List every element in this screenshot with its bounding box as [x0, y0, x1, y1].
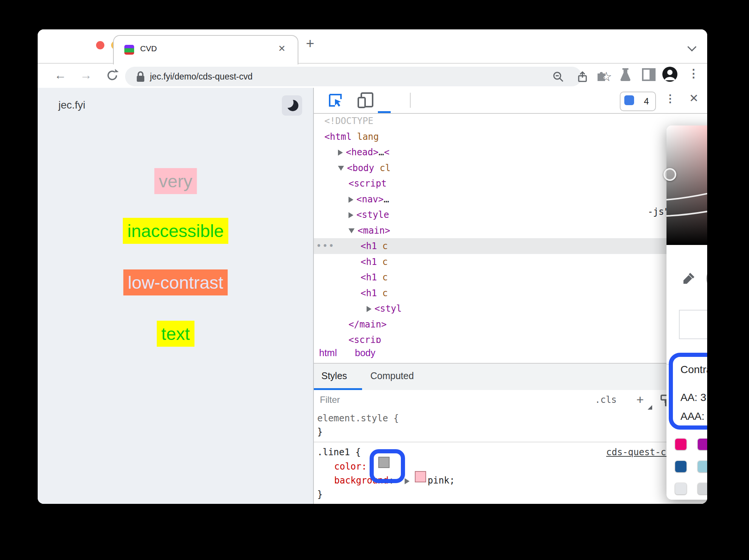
collapsed-arrow-icon[interactable]: [367, 306, 371, 312]
traffic-close-button[interactable]: [96, 41, 104, 49]
row-overflow-dots-icon[interactable]: •••: [316, 238, 335, 254]
browser-menu-icon[interactable]: ⋮: [688, 67, 699, 80]
dom-tree-row[interactable]: <h1 c: [314, 285, 697, 301]
palette-swatch[interactable]: [675, 461, 686, 472]
aaa-threshold: AAA: 4.5: [680, 410, 707, 422]
reload-button[interactable]: [105, 68, 120, 83]
background-value[interactable]: pink;: [428, 475, 455, 486]
background-value-swatch[interactable]: [415, 471, 426, 482]
code-segment: <head>: [346, 147, 379, 158]
dom-tree-row[interactable]: <scrip: [314, 332, 697, 343]
rule-close-brace: }: [317, 489, 323, 500]
code-segment: <h1: [361, 257, 377, 267]
swatch-highlight-ring: [370, 449, 405, 483]
palette-swatch[interactable]: [698, 483, 707, 494]
forward-button[interactable]: →: [80, 68, 92, 82]
palette-swatch[interactable]: [675, 439, 686, 450]
new-style-rule-button[interactable]: +: [636, 392, 644, 407]
dom-tree-row[interactable]: <styl: [314, 301, 697, 317]
code-segment: <main>: [358, 225, 390, 236]
dom-tree-row[interactable]: <script: [314, 176, 697, 191]
issues-count: 4: [644, 96, 649, 107]
aa-threshold: AA: 3.0: [680, 392, 707, 404]
dom-tree-row[interactable]: <style: [314, 207, 697, 223]
issues-chip[interactable]: 4: [620, 92, 656, 111]
expanded-arrow-icon[interactable]: [338, 166, 344, 171]
gradient-knob[interactable]: [663, 168, 676, 181]
code-segment: <style: [356, 210, 389, 220]
extensions-puzzle-icon[interactable]: [595, 68, 608, 82]
color-property[interactable]: color:: [334, 461, 367, 472]
dark-mode-toggle[interactable]: [282, 95, 302, 116]
tab-close-icon[interactable]: ✕: [278, 43, 286, 54]
url-text: jec.fyi/demo/cds-quest-cvd: [150, 72, 252, 82]
code-segment: </main>: [349, 319, 387, 330]
toolbar-separator: [410, 93, 411, 108]
expanded-arrow-icon[interactable]: [349, 228, 355, 233]
back-button[interactable]: ←: [54, 68, 66, 82]
dom-tree-row[interactable]: <!DOCTYPE: [314, 113, 697, 129]
share-icon[interactable]: [576, 71, 588, 83]
code-segment: <: [384, 147, 389, 158]
browser-toolbar: ← → jec.fyi/demo/cds-quest-cvd ☆: [38, 64, 707, 89]
breadcrumb-body[interactable]: body: [355, 347, 375, 358]
background-expand-icon[interactable]: [405, 478, 410, 484]
browser-tab[interactable]: CVD ✕: [113, 35, 298, 64]
content-area: jec.fyi very inaccessible low-contrast t…: [38, 88, 707, 504]
titlebar: CVD ✕ +: [38, 29, 707, 64]
contrast-ratio-section: Contrast ratio 1.52 AA: 3.0 AAA: 4.5: [669, 353, 707, 430]
side-panel-icon[interactable]: [642, 68, 656, 81]
devtools-close-icon[interactable]: ✕: [689, 92, 699, 105]
collapsed-arrow-icon[interactable]: [338, 150, 343, 156]
devtools-menu-icon[interactable]: ⋮: [665, 92, 676, 105]
browser-window: CVD ✕ + ← → jec.fyi/demo/cds-quest-cvd: [38, 29, 707, 504]
dom-tree-row[interactable]: <html lang: [314, 129, 697, 145]
new-tab-button[interactable]: +: [306, 35, 314, 52]
dom-tree-row[interactable]: <body cl: [314, 160, 697, 176]
code-segment: <html: [324, 132, 352, 142]
new-rule-dropdown-corner: [648, 405, 652, 410]
dom-tree-row[interactable]: </main>: [314, 317, 697, 332]
site-brand: jec.fyi: [58, 99, 86, 111]
code-segment: …: [379, 147, 384, 158]
device-toolbar-icon[interactable]: [357, 92, 374, 108]
styles-pane: element.style { } .line1 { cds-quest-cvd…: [314, 410, 707, 504]
breadcrumb-html[interactable]: html: [319, 347, 337, 358]
profile-avatar[interactable]: [662, 67, 677, 82]
dom-tree-row[interactable]: <nav>…: [314, 191, 697, 207]
saturation-value-gradient[interactable]: [666, 125, 707, 245]
contrast-ratio-label: Contrast ratio: [680, 364, 707, 376]
tab-computed[interactable]: Computed: [370, 370, 414, 381]
moon-icon: [287, 100, 298, 111]
favicon-icon: [124, 45, 134, 55]
element-style-rule[interactable]: element.style {: [317, 413, 399, 424]
code-segment: lang: [352, 132, 379, 142]
demo-heading-very: very: [154, 168, 197, 194]
collapsed-arrow-icon[interactable]: [349, 197, 353, 203]
tab-styles[interactable]: Styles: [321, 370, 347, 381]
dom-tree-row[interactable]: •••<h1 c: [314, 238, 697, 254]
code-segment: <scrip: [349, 335, 381, 343]
rule-selector[interactable]: .line1 {: [317, 447, 361, 457]
address-bar[interactable]: jec.fyi/demo/cds-quest-cvd ☆: [125, 67, 582, 86]
beaker-icon[interactable]: [619, 67, 632, 83]
dom-tree-row[interactable]: <h1 c: [314, 269, 697, 285]
zoom-icon[interactable]: [552, 71, 564, 83]
palette-swatch[interactable]: [698, 439, 707, 450]
code-segment: <!DOCTYPE: [324, 116, 373, 126]
dom-tree-row[interactable]: <h1 c: [314, 254, 697, 270]
code-segment: <script: [349, 178, 387, 189]
inspect-element-icon[interactable]: [327, 92, 343, 108]
color-picker-popup: #a9a9a9 HEX Contrast ratio 1.52 AA: 3.0: [666, 125, 707, 500]
dom-tree-row[interactable]: <main>: [314, 223, 697, 239]
demo-heading-text: text: [157, 321, 194, 347]
toggle-cls-button[interactable]: .cls: [595, 395, 617, 405]
hex-input[interactable]: #a9a9a9: [679, 310, 707, 339]
palette-swatch[interactable]: [698, 461, 707, 472]
tab-search-chevron-icon[interactable]: [687, 42, 696, 51]
collapsed-arrow-icon[interactable]: [349, 212, 353, 218]
filter-input[interactable]: Filter: [320, 395, 340, 405]
palette-swatch[interactable]: [675, 483, 686, 494]
eyedropper-icon[interactable]: [680, 271, 697, 287]
dom-tree-row[interactable]: <head>…<: [314, 144, 697, 160]
